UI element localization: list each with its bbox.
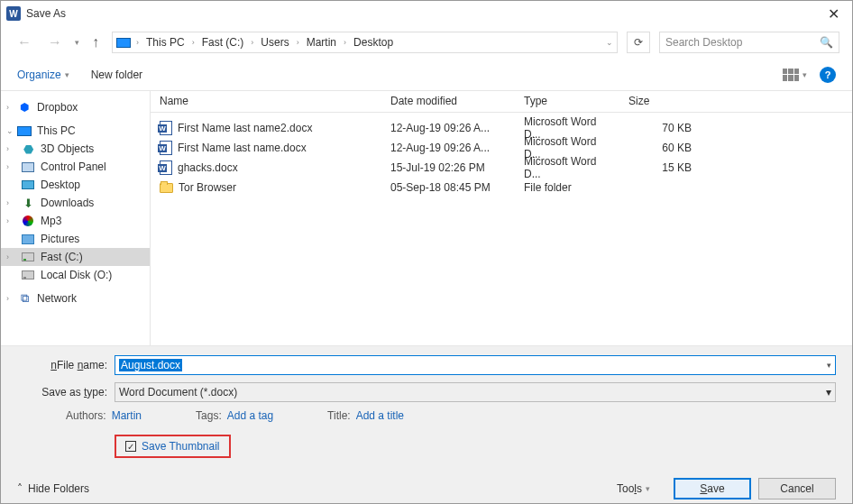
folder-icon: [160, 183, 173, 193]
search-input[interactable]: Search Desktop 🔍: [659, 32, 839, 53]
breadcrumb-item[interactable]: Desktop: [352, 36, 395, 49]
pc-icon: [116, 38, 131, 48]
save-form: nFile name:File name: August.docx ▾ Save…: [1, 345, 852, 471]
expand-icon[interactable]: ›: [6, 103, 9, 112]
tree-control-panel[interactable]: ›Control Panel: [1, 158, 150, 176]
breadcrumb-item[interactable]: Martin: [305, 36, 338, 49]
tree-thispc[interactable]: ⌄ This PC: [1, 122, 150, 140]
col-type[interactable]: Type: [515, 91, 619, 112]
save-thumbnail-checkbox[interactable]: ✓: [125, 441, 136, 452]
downloads-icon: ⬇: [21, 197, 35, 209]
help-button[interactable]: ?: [820, 67, 836, 83]
hide-folders-button[interactable]: ˄ Hide Folders: [17, 482, 89, 495]
word-icon: W: [6, 6, 21, 21]
metadata-row: Authors:Martin Tags:Add a tag Title:Add …: [17, 409, 836, 422]
path-dropdown[interactable]: ⌄: [606, 38, 613, 47]
chevron-down-icon[interactable]: ▾: [827, 361, 831, 370]
pictures-icon: [22, 234, 34, 244]
file-list: Name Date modified Type Size First Name …: [151, 91, 852, 345]
col-name[interactable]: Name: [151, 91, 381, 112]
file-row[interactable]: First Name last name2.docx 12-Aug-19 09:…: [151, 118, 852, 138]
authors-label: Authors:: [66, 409, 106, 422]
nav-row: ← → ▾ ↑ › This PC › Fast (C:) › Users › …: [1, 26, 852, 59]
mp3-icon: [23, 215, 33, 226]
word-doc-icon: [160, 121, 172, 135]
dialog-title: Save As: [26, 7, 66, 20]
tree-dropbox[interactable]: › ⬢ Dropbox: [1, 98, 150, 116]
back-button[interactable]: ←: [14, 34, 35, 50]
chevron-down-icon: ▾: [803, 70, 807, 79]
breadcrumb-item[interactable]: This PC: [144, 36, 187, 49]
tree-fast-c[interactable]: ›Fast (C:): [1, 248, 150, 266]
tree-desktop[interactable]: Desktop: [1, 176, 150, 194]
collapse-icon[interactable]: ⌄: [6, 126, 14, 135]
tags-label: Tags:: [196, 409, 222, 422]
forward-button[interactable]: →: [44, 34, 66, 50]
recent-dropdown[interactable]: ▾: [75, 38, 79, 47]
file-list-body[interactable]: First Name last name2.docx 12-Aug-19 09:…: [151, 113, 852, 345]
organize-menu[interactable]: Organize ▾: [17, 69, 69, 81]
navigation-tree[interactable]: › ⬢ Dropbox ⌄ This PC ›⬣3D Objects ›Cont…: [1, 91, 151, 345]
save-thumbnail-label[interactable]: Save Thumbnail: [142, 440, 220, 453]
file-row[interactable]: Tor Browser 05-Sep-18 08:45 PM File fold…: [151, 178, 852, 197]
file-row[interactable]: ghacks.docx 15-Jul-19 02:26 PM Microsoft…: [151, 158, 852, 178]
view-icon: [783, 69, 799, 81]
3d-icon: ⬣: [21, 142, 35, 155]
tree-mp3[interactable]: ›Mp3: [1, 212, 150, 230]
save-button[interactable]: Save: [674, 478, 751, 499]
desktop-icon: [22, 180, 34, 189]
tree-pictures[interactable]: Pictures: [1, 230, 150, 248]
chevron-up-icon: ˄: [17, 482, 23, 495]
chevron-down-icon: ▾: [65, 70, 69, 79]
toolbar: Organize ▾ New folder ▾ ?: [1, 59, 852, 91]
search-icon: 🔍: [820, 36, 833, 49]
close-button[interactable]: ✕: [821, 5, 847, 23]
drive-icon: [22, 270, 34, 279]
refresh-button[interactable]: ⟳: [627, 32, 650, 53]
tree-3d-objects[interactable]: ›⬣3D Objects: [1, 140, 150, 158]
tools-menu[interactable]: Tools ▾: [617, 482, 650, 495]
view-menu[interactable]: ▾: [783, 69, 807, 81]
breadcrumb[interactable]: › This PC › Fast (C:) › Users › Martin ›…: [112, 32, 618, 53]
main-area: › ⬢ Dropbox ⌄ This PC ›⬣3D Objects ›Cont…: [1, 91, 852, 345]
dropbox-icon: ⬢: [17, 101, 32, 114]
titlebar: W Save As ✕: [1, 1, 852, 26]
chevron-down-icon: ▾: [646, 484, 650, 493]
col-size[interactable]: Size: [619, 91, 719, 112]
cancel-button[interactable]: Cancel: [758, 478, 836, 499]
dialog-footer: ˄ Hide Folders Tools ▾ Save Cancel: [1, 471, 852, 504]
drive-icon: [22, 252, 34, 261]
col-date[interactable]: Date modified: [381, 91, 515, 112]
breadcrumb-item[interactable]: Fast (C:): [200, 36, 246, 49]
up-button[interactable]: ↑: [88, 34, 103, 50]
word-doc-icon: [160, 141, 172, 155]
chevron-down-icon[interactable]: ▾: [826, 386, 831, 399]
control-panel-icon: [22, 162, 34, 172]
save-type-select[interactable]: Word Document (*.docx) ▾: [115, 382, 836, 402]
tags-value[interactable]: Add a tag: [227, 409, 273, 422]
pc-icon: [17, 126, 32, 136]
word-doc-icon: [160, 160, 172, 175]
authors-value[interactable]: Martin: [112, 409, 142, 422]
search-placeholder: Search Desktop: [665, 36, 742, 49]
filename-label: nFile name:File name:: [17, 359, 115, 371]
chevron-icon: ›: [136, 38, 139, 47]
save-thumbnail-highlight: ✓ Save Thumbnail: [115, 435, 231, 458]
save-type-label: Save as type:: [17, 386, 115, 399]
file-row[interactable]: First Name last name.docx 12-Aug-19 09:2…: [151, 138, 852, 158]
tree-network[interactable]: › ⧉ Network: [1, 289, 150, 307]
title-value[interactable]: Add a title: [356, 409, 404, 422]
column-headers: Name Date modified Type Size: [151, 91, 852, 113]
tree-downloads[interactable]: ›⬇Downloads: [1, 194, 150, 212]
network-icon: ⧉: [17, 292, 32, 305]
expand-icon[interactable]: ›: [6, 294, 9, 303]
breadcrumb-item[interactable]: Users: [259, 36, 290, 49]
new-folder-button[interactable]: New folder: [91, 69, 142, 81]
filename-input[interactable]: August.docx ▾: [115, 355, 836, 375]
tree-local-disk-o[interactable]: Local Disk (O:): [1, 266, 150, 284]
title-label: Title:: [327, 409, 351, 422]
